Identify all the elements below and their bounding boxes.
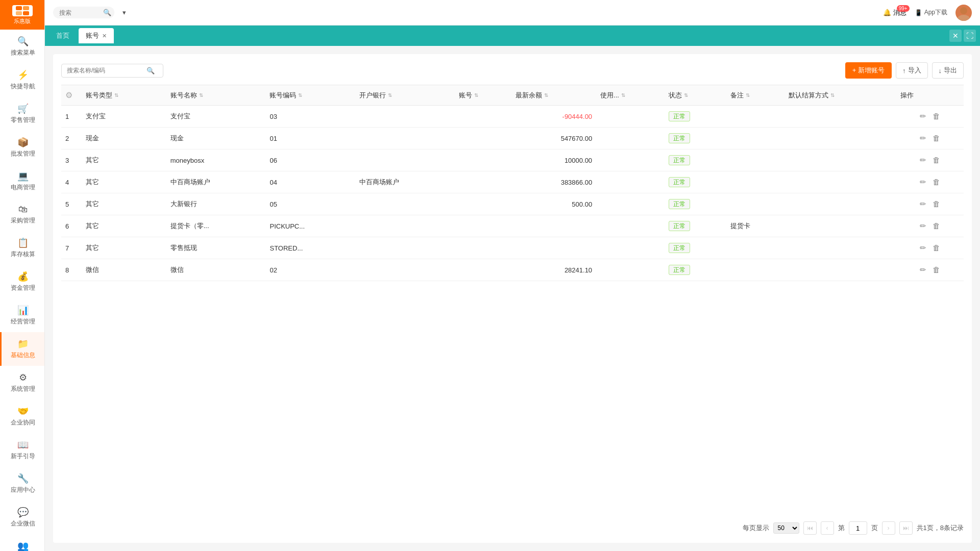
cell-action: ✏ 🗑 — [896, 149, 964, 171]
topbar-dropdown[interactable]: ▾ — [122, 9, 126, 16]
cell-code: PICKUPC... — [265, 215, 355, 237]
tab-expand-btn[interactable]: ⛶ — [964, 30, 976, 42]
sidebar-item-wechat[interactable]: 💬 企业微信 — [0, 500, 44, 534]
tab-account-close-icon[interactable]: ✕ — [102, 33, 107, 39]
status-badge: 正常 — [669, 155, 690, 165]
sidebar-item-inventory[interactable]: 📋 库存核算 — [0, 231, 44, 265]
sidebar-item-system[interactable]: ⚙ 系统管理 — [0, 366, 44, 399]
th-remark[interactable]: 备注 ⇅ — [726, 85, 785, 106]
tab-close-all-btn[interactable]: ✕ — [949, 30, 962, 42]
sidebar-item-search[interactable]: 🔍 搜索菜单 — [0, 30, 44, 63]
th-name-label: 账号名称 — [170, 91, 197, 100]
cell-balance: 10000.00 — [511, 149, 596, 171]
delete-row-button[interactable]: 🗑 — [930, 264, 942, 275]
import-button[interactable]: ↑ 导入 — [896, 62, 928, 79]
topbar-message-btn[interactable]: 🔔 消息 99+ — [883, 8, 906, 17]
tabbar: 首页 账号 ✕ ✕ ⛶ — [45, 26, 980, 46]
sidebar-item-wholesale[interactable]: 📦 批发管理 — [0, 131, 44, 164]
user-avatar[interactable] — [955, 5, 972, 21]
edit-row-button[interactable]: ✏ — [918, 177, 928, 188]
edit-row-button[interactable]: ✏ — [918, 111, 928, 122]
th-status[interactable]: 状态 ⇅ — [665, 85, 726, 106]
cell-bank — [355, 128, 455, 149]
tab-account[interactable]: 账号 ✕ — [79, 28, 114, 43]
th-type[interactable]: 账号类型 ⇅ — [82, 85, 166, 106]
th-account-label: 账号 — [459, 91, 472, 100]
page-suffix: 页 — [871, 523, 878, 533]
th-account[interactable]: 账号 ⇅ — [455, 85, 512, 106]
export-button[interactable]: ↓ 导出 — [932, 62, 964, 79]
page-size-selector[interactable]: 50 100 200 — [773, 522, 799, 534]
page-first-btn[interactable]: ⏮ — [803, 521, 817, 535]
cell-default — [785, 149, 897, 171]
edit-row-button[interactable]: ✏ — [918, 155, 928, 166]
ecommerce-icon: 💻 — [17, 170, 29, 182]
th-settings[interactable]: ⚙ — [61, 85, 82, 106]
topbar-search-box[interactable]: 🔍 — [53, 7, 114, 18]
sort-account-icon: ⇅ — [474, 92, 478, 98]
sort-balance-icon: ⇅ — [544, 92, 548, 98]
table-search-icon: 🔍 — [146, 67, 155, 74]
topbar-app-download[interactable]: 📱 App下载 — [915, 8, 947, 17]
guide-icon: 📖 — [17, 439, 29, 450]
delete-row-button[interactable]: 🗑 — [930, 177, 942, 187]
sidebar-item-retail[interactable]: 🛒 零售管理 — [0, 97, 44, 131]
content-card: 🔍 + 新增账号 ↑ 导入 ↓ 导出 — [53, 54, 972, 543]
shortcut-icon: ⚡ — [17, 69, 29, 81]
delete-row-button[interactable]: 🗑 — [930, 111, 942, 121]
table-search-box[interactable]: 🔍 — [61, 64, 163, 78]
tab-home[interactable]: 首页 — [49, 28, 77, 43]
table-row: 7 其它 零售抵现 STORED... 正常 ✏ 🗑 — [61, 237, 964, 259]
delete-row-button[interactable]: 🗑 — [930, 133, 942, 143]
column-settings-icon[interactable]: ⚙ — [65, 91, 72, 99]
sidebar-item-finance[interactable]: 💰 资金管理 — [0, 265, 44, 298]
purchase-icon: 🛍 — [18, 204, 28, 215]
edit-row-button[interactable]: ✏ — [918, 242, 928, 254]
status-badge: 正常 — [669, 265, 690, 275]
main-area: 🔍 ▾ 🔔 消息 99+ 📱 App下载 — [45, 0, 980, 551]
logo-icon — [12, 5, 33, 16]
topbar-search-input[interactable] — [59, 9, 100, 16]
sidebar-item-shortcut[interactable]: ⚡ 快捷导航 — [0, 63, 44, 97]
cell-status: 正常 — [665, 237, 726, 259]
delete-row-button[interactable]: 🗑 — [930, 155, 942, 165]
per-page-label: 每页显示 — [743, 523, 769, 533]
th-balance[interactable]: 最新余额 ⇅ — [511, 85, 596, 106]
sidebar-item-operation[interactable]: 📊 经营管理 — [0, 298, 44, 332]
th-default[interactable]: 默认结算方式 ⇅ — [785, 85, 897, 106]
pagination: 每页显示 50 100 200 ⏮ ‹ 第 页 › ⏭ 共1页，8条记录 — [61, 513, 964, 535]
edit-row-button[interactable]: ✏ — [918, 198, 928, 210]
th-code[interactable]: 账号编码 ⇅ — [265, 85, 355, 106]
page-total-label: 共1页，8条记录 — [917, 523, 964, 533]
page-size-select[interactable]: 50 100 200 — [773, 522, 799, 534]
page-prev-btn[interactable]: ‹ — [821, 521, 834, 535]
cell-account — [455, 106, 512, 128]
sidebar-item-appcenter[interactable]: 🔧 应用中心 — [0, 467, 44, 500]
delete-row-button[interactable]: 🗑 — [930, 198, 942, 209]
table-search-input[interactable] — [67, 67, 143, 74]
svg-point-4 — [960, 7, 967, 14]
th-name[interactable]: 账号名称 ⇅ — [166, 85, 266, 106]
edit-row-button[interactable]: ✏ — [918, 264, 928, 276]
sidebar-item-member[interactable]: 👥 畅会员 — [0, 534, 44, 551]
sidebar-item-enterprise[interactable]: 🤝 企业协同 — [0, 399, 44, 433]
sidebar-item-purchase[interactable]: 🛍 采购管理 — [0, 198, 44, 231]
import-icon: ↑ — [902, 67, 906, 74]
sidebar-item-guide[interactable]: 📖 新手引导 — [0, 433, 44, 467]
th-usage[interactable]: 使用... ⇅ — [596, 85, 665, 106]
sidebar-item-ecommerce[interactable]: 💻 电商管理 — [0, 164, 44, 198]
page-number-input[interactable] — [849, 521, 867, 535]
delete-row-button[interactable]: 🗑 — [930, 220, 942, 231]
th-bank[interactable]: 开户银行 ⇅ — [355, 85, 455, 106]
delete-row-button[interactable]: 🗑 — [930, 242, 942, 253]
edit-row-button[interactable]: ✏ — [918, 133, 928, 144]
page-next-btn[interactable]: › — [882, 521, 895, 535]
cell-remark: 提货卡 — [726, 215, 785, 237]
cell-account — [455, 149, 512, 171]
add-account-button[interactable]: + 新增账号 — [845, 62, 892, 79]
sidebar-item-basic[interactable]: 📁 基础信息 — [0, 332, 44, 366]
th-default-label: 默认结算方式 — [789, 91, 828, 100]
app-download-label: App下载 — [924, 8, 947, 17]
page-last-btn[interactable]: ⏭ — [899, 521, 913, 535]
edit-row-button[interactable]: ✏ — [918, 220, 928, 232]
